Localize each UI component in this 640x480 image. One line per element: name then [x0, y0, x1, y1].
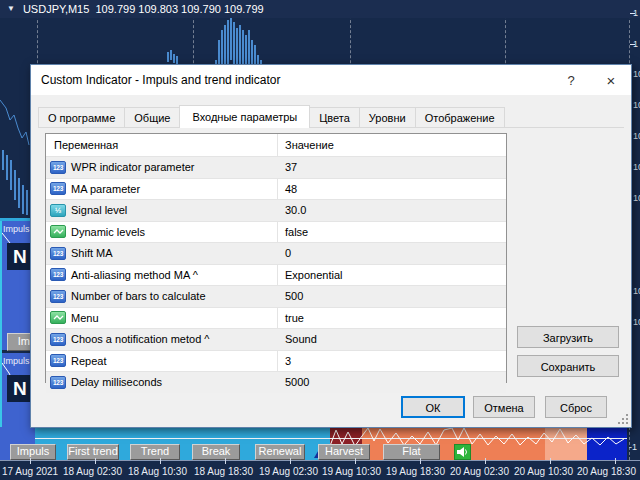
help-button[interactable]: ? — [553, 65, 589, 95]
time-label: 20 Aug 18:30 — [577, 466, 636, 477]
param-value[interactable]: 5000 — [285, 372, 309, 393]
price-label: 10 — [633, 132, 640, 141]
param-value[interactable]: 0 — [285, 243, 291, 264]
column-header-variable: Переменная — [54, 134, 118, 156]
price-label: 10 — [633, 163, 640, 172]
time-label: 19 Aug 18:30 — [386, 466, 445, 477]
time-label: 17 Aug 2021 — [2, 466, 58, 477]
bool-type-icon — [50, 225, 66, 238]
time-label: 18 Aug 10:30 — [128, 466, 187, 477]
save-button[interactable]: Сохранить — [517, 355, 619, 377]
param-name: Delay milliseconds — [71, 372, 162, 393]
price-label: 10 — [633, 101, 640, 110]
time-axis-ticks — [30, 458, 630, 464]
param-value[interactable]: 37 — [285, 157, 297, 178]
price-label: 1 — [633, 40, 640, 49]
symbol-label: USDJPY,M15 — [23, 3, 89, 15]
int-type-icon: 123 — [50, 376, 66, 389]
int-type-icon: 123 — [50, 354, 66, 367]
int-type-icon: 123 — [50, 182, 66, 195]
time-label: 19 Aug 10:30 — [322, 466, 381, 477]
tab-colors[interactable]: Цвета — [309, 107, 360, 128]
param-name: Menu — [71, 308, 99, 329]
dialog-title: Custom Indicator - Impuls and trend indi… — [41, 73, 280, 87]
int-type-icon: 123 — [50, 247, 66, 260]
price-label: 10 — [633, 287, 640, 296]
tab-about[interactable]: О программе — [38, 107, 125, 128]
tab-levels[interactable]: Уровни — [359, 107, 416, 128]
reset-button[interactable]: Сброс — [545, 396, 607, 418]
param-name: Repeat — [71, 351, 106, 372]
time-label: 20 Aug 10:30 — [514, 466, 573, 477]
param-row[interactable]: 123 Number of bars to calculate 500 — [46, 286, 506, 308]
time-label: 19 Aug 02:30 — [259, 466, 318, 477]
cancel-button[interactable]: Отмена — [473, 396, 535, 418]
load-button[interactable]: Загрузить — [517, 326, 619, 348]
column-header-value: Значение — [285, 134, 334, 156]
param-value[interactable]: Sound — [285, 329, 317, 350]
price-label: 10 — [633, 194, 640, 203]
resize-grip[interactable] — [618, 414, 628, 424]
time-label: 20 Aug 02:30 — [450, 466, 509, 477]
parameters-table: Переменная Значение 123 WPR indicator pa… — [45, 133, 507, 383]
param-name: Choos a notification metod ^ — [71, 329, 209, 350]
table-header: Переменная Значение — [46, 134, 506, 157]
int-type-icon: 123 — [50, 161, 66, 174]
dropdown-icon[interactable]: ▼ — [7, 0, 15, 18]
param-row[interactable]: 123 Anti-aliasing method MA ^ Exponentia… — [46, 265, 506, 287]
price-label-bottom: -1 — [629, 443, 640, 452]
param-value[interactable]: false — [285, 222, 308, 243]
int-type-icon: 123 — [50, 290, 66, 303]
speaker-icon — [455, 445, 470, 459]
param-row[interactable]: 123 Choos a notification metod ^ Sound — [46, 329, 506, 351]
param-value[interactable]: 48 — [285, 179, 297, 200]
param-name: WPR indicator parameter — [71, 157, 195, 178]
time-label: 18 Aug 02:30 — [63, 466, 122, 477]
time-axis: 17 Aug 2021 18 Aug 02:30 18 Aug 10:30 18… — [0, 460, 640, 480]
param-name: Signal level — [71, 200, 127, 221]
param-row[interactable]: 123 Shift MA 0 — [46, 243, 506, 265]
param-value[interactable]: 3 — [285, 351, 291, 372]
param-row[interactable]: 123 WPR indicator parameter 37 — [46, 157, 506, 179]
indicator-edge-line — [0, 221, 2, 443]
tab-strip: О программе Общие Входные параметры Цвет… — [38, 105, 624, 128]
symbol-bar: ▼USDJPY,M15 109.799 109.803 109.790 109.… — [0, 0, 640, 18]
param-name: Anti-aliasing method MA ^ — [71, 265, 198, 286]
param-name: Dynamic levels — [71, 222, 145, 243]
tab-inputs[interactable]: Входные параметры — [179, 105, 310, 128]
time-label: 18 Aug 18:30 — [194, 466, 253, 477]
price-label: 1 — [633, 9, 640, 18]
tab-common[interactable]: Общие — [124, 107, 180, 128]
param-row[interactable]: ½ Signal level 30.0 — [46, 200, 506, 222]
param-row[interactable]: 123 Delay milliseconds 5000 — [46, 372, 506, 393]
bool-type-icon — [50, 311, 66, 324]
dialog-titlebar[interactable]: Custom Indicator - Impuls and trend indi… — [31, 65, 631, 95]
price-label: 10 — [633, 318, 640, 327]
param-row[interactable]: Menu true — [46, 308, 506, 330]
param-row[interactable]: 123 Repeat 3 — [46, 351, 506, 373]
param-row[interactable]: Dynamic levels false — [46, 222, 506, 244]
param-value[interactable]: true — [285, 308, 304, 329]
int-type-icon: 123 — [50, 333, 66, 346]
close-button[interactable]: × — [593, 65, 629, 95]
ok-button[interactable]: ОК — [401, 396, 465, 418]
tab-visualization[interactable]: Отображение — [415, 107, 505, 128]
price-label: 10 — [633, 70, 640, 79]
indicator-dialog: Custom Indicator - Impuls and trend indi… — [30, 64, 632, 428]
param-name: Shift MA — [71, 243, 113, 264]
param-value[interactable]: Exponential — [285, 265, 343, 286]
int-type-icon: 123 — [50, 268, 66, 281]
ohlc-values: 109.799 109.803 109.790 109.799 — [95, 3, 263, 15]
double-type-icon: ½ — [50, 204, 66, 217]
param-row[interactable]: 123 MA parameter 48 — [46, 179, 506, 201]
param-name: Number of bars to calculate — [71, 286, 206, 307]
param-name: MA parameter — [71, 179, 140, 200]
param-value[interactable]: 500 — [285, 286, 303, 307]
param-value[interactable]: 30.0 — [285, 200, 306, 221]
